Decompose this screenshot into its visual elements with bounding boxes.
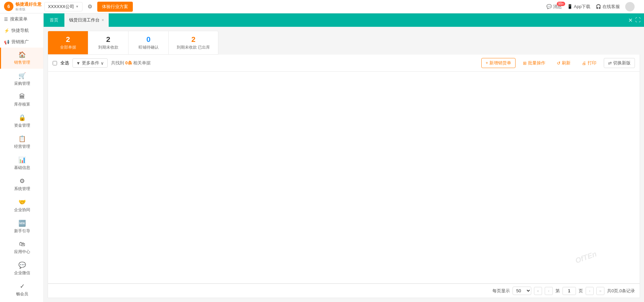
app-center-icon: 🛍 [19, 241, 25, 248]
sidebar-item-search[interactable]: ☰ 搜索菜单 [0, 13, 43, 25]
tab-home[interactable]: 首页 [44, 13, 64, 27]
marketing-label: 营销推广 [11, 39, 29, 45]
print-icon: 🖨 [582, 61, 586, 66]
result-count: 0条 [125, 60, 132, 65]
quick-nav-icon: ⚡ [4, 28, 9, 33]
switch-version-button[interactable]: ⇄ 切换新版 [604, 58, 635, 68]
sidebar-item-quick-nav[interactable]: ⚡ 快捷导航 [0, 25, 43, 36]
window-expand-icon[interactable]: ⛶ [635, 17, 641, 23]
enterprise-coop-label: 企业协同 [14, 207, 30, 213]
capital-label: 资金管理 [14, 123, 30, 128]
result-prefix: 共找到 [111, 60, 124, 65]
online-service-label: 在线客服 [602, 4, 620, 10]
first-page-button[interactable]: « [534, 287, 542, 295]
sidebar-item-app-center[interactable]: 🛍 应用中心 [0, 237, 43, 258]
sidebar-item-new-guide[interactable]: 🆕 新手引导 [0, 216, 43, 237]
add-sales-order-button[interactable]: + 新增销货单 [481, 58, 516, 68]
sidebar-item-basic-info[interactable]: 📊 基础信息 [0, 153, 43, 174]
purchase-label: 采购管理 [14, 81, 30, 86]
enterprise-coop-icon: 🤝 [18, 198, 26, 206]
content-area: 首页 钱货日清工作台 × ✕ ⛶ 2 全部单据 2 到期未收款 [44, 13, 644, 302]
print-button[interactable]: 🖨 打印 [578, 58, 600, 68]
sidebar-item-capital[interactable]: 🔒 资金管理 [0, 111, 43, 132]
main-layout: ☰ 搜索菜单 ⚡ 快捷导航 📢 营销推广 🏠 销售管理 🛒 采购管理 🏛 库存核… [0, 13, 644, 302]
stats-tab-shipped[interactable]: 2 到期未收款 已出库 [169, 31, 218, 54]
per-page-select[interactable]: 50 10 20 100 [513, 287, 531, 295]
batch-operation-button[interactable]: ⊞ 批量操作 [519, 58, 549, 68]
tab-active[interactable]: 钱货日清工作台 × [64, 13, 109, 27]
experience-button[interactable]: 体验行业方案 [97, 2, 133, 12]
sidebar-item-member[interactable]: ✓ 畅会员 [0, 279, 43, 300]
next-page-button[interactable]: › [586, 287, 594, 295]
member-icon: ✓ [20, 283, 25, 290]
sidebar-item-sales[interactable]: 🏠 销售管理 [0, 48, 43, 69]
select-all-checkbox[interactable] [53, 61, 57, 65]
quick-nav-label: 快捷导航 [11, 27, 29, 34]
sales-label: 销售管理 [14, 60, 30, 65]
member-label: 畅会员 [16, 291, 28, 297]
online-service-item[interactable]: 🎧 在线客服 [596, 4, 620, 10]
message-icon: 💬 [546, 4, 552, 9]
stats-tab-wangpu[interactable]: 0 旺铺待确认 [128, 31, 169, 54]
inventory-label: 库存核算 [14, 102, 30, 107]
operations-label: 经营管理 [14, 144, 30, 149]
avatar[interactable] [625, 2, 635, 11]
sales-icon: 🏠 [18, 51, 26, 58]
enterprise-wechat-label: 企业微信 [14, 270, 30, 276]
select-all-label: 全选 [60, 60, 69, 66]
enterprise-wechat-icon: 💬 [18, 261, 26, 269]
sidebar-item-marketing[interactable]: 📢 营销推广 [0, 36, 43, 48]
sidebar-item-operations[interactable]: 📋 经营管理 [0, 132, 43, 153]
current-page-input[interactable] [562, 287, 576, 295]
refresh-button[interactable]: ↺ 刷新 [553, 58, 575, 68]
app-download-icon: 📱 [567, 4, 573, 9]
sidebar-item-enterprise-wechat[interactable]: 💬 企业微信 [0, 258, 43, 279]
batch-icon: ⊞ [523, 61, 527, 66]
sidebar-item-inventory[interactable]: 🏛 库存核算 [0, 90, 43, 111]
basic-info-label: 基础信息 [14, 165, 30, 171]
tab-bar-actions: ✕ ⛶ [628, 17, 644, 23]
new-guide-icon: 🆕 [18, 220, 26, 227]
search-label: 搜索菜单 [10, 16, 28, 22]
batch-label: 批量操作 [528, 60, 545, 66]
basic-info-icon: 📊 [18, 156, 26, 164]
refresh-icon: ↺ [557, 61, 560, 66]
app-download-label: App下载 [574, 4, 590, 10]
sidebar-item-purchase[interactable]: 🛒 采购管理 [0, 69, 43, 90]
filter-label: 更多条件 [82, 60, 99, 66]
window-close-icon[interactable]: ✕ [628, 17, 633, 23]
prev-page-button[interactable]: ‹ [545, 287, 553, 295]
app-name-main: 畅捷通好生意 [15, 2, 42, 7]
logo-area: 6 畅捷通好生意 标准版 [4, 2, 42, 12]
top-bar: 6 畅捷通好生意 标准版 XXXXXX公司 ▼ ⚙ 体验行业方案 💬 消息 99… [0, 0, 644, 13]
filter-button[interactable]: ▼ 更多条件 ∨ [72, 58, 108, 68]
settings-icon[interactable]: ⚙ [85, 2, 95, 11]
stats-tabs: 2 全部单据 2 到期未收款 0 旺铺待确认 2 到期未收款 已出库 [48, 31, 218, 55]
search-icon: ☰ [4, 17, 8, 22]
stats-count-all: 2 [56, 35, 80, 44]
stats-tab-overdue[interactable]: 2 到期未收款 [88, 31, 128, 54]
app-center-label: 应用中心 [14, 249, 30, 255]
stats-count-shipped: 2 [177, 35, 210, 44]
message-badge: 99+ [557, 2, 565, 6]
filter-icon: ▼ [76, 61, 80, 66]
stats-count-overdue: 2 [96, 35, 120, 44]
operations-icon: 📋 [18, 135, 26, 142]
company-name: XXXXXX公司 [48, 4, 74, 10]
toolbar: 全选 ▼ 更多条件 ∨ 共找到 0条 相关单据 + 新增销货单 ⊞ [48, 55, 640, 72]
headset-icon: 🎧 [596, 4, 601, 9]
company-chevron-icon: ▼ [75, 5, 79, 8]
stats-label-overdue: 到期未收款 [96, 45, 120, 50]
tab-close-icon[interactable]: × [102, 18, 104, 22]
app-name-sub: 标准版 [15, 7, 42, 11]
top-bar-right: 💬 消息 99+ 📱 App下载 🎧 在线客服 [546, 2, 640, 11]
company-selector[interactable]: XXXXXX公司 ▼ [44, 2, 83, 11]
sidebar-item-system[interactable]: ⚙ 系统管理 [0, 174, 43, 195]
message-item[interactable]: 💬 消息 99+ [546, 4, 562, 10]
stats-tab-all[interactable]: 2 全部单据 [48, 31, 88, 54]
switch-icon: ⇄ [608, 61, 612, 66]
sidebar-item-enterprise-coop[interactable]: 🤝 企业协同 [0, 195, 43, 216]
last-page-button[interactable]: » [596, 287, 604, 295]
capital-icon: 🔒 [18, 114, 26, 121]
app-download-item[interactable]: 📱 App下载 [567, 4, 590, 10]
